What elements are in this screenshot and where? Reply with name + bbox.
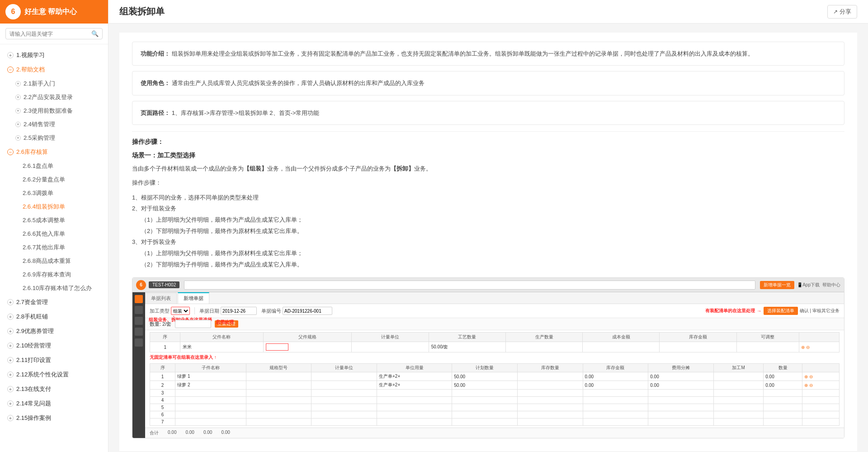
sidebar-nav: + 1.视频学习 − 2.帮助文档 + 2.1新手入门 + 2.2产品安装及登录… xyxy=(0,44,108,452)
role-text: 通常由生产人员或库管人员完成拆装业务的操作，库管人员确认原材料的出库和产成品的入… xyxy=(172,80,425,86)
expand-icon: + xyxy=(7,343,14,349)
annotation-2-arrow: ↑ xyxy=(172,314,175,320)
sidebar-item-cost-recalc[interactable]: 2.6.8商品成本重算 xyxy=(0,254,108,268)
sidebar-item-case-study[interactable]: + 2.15操作案例 xyxy=(0,411,108,425)
sidebar-item-cost-adjust[interactable]: 2.6.5成本调整单 xyxy=(0,214,108,227)
lower-table-row-7: 7 xyxy=(150,419,840,426)
lt-row-op-2[interactable]: ⊖ xyxy=(809,374,813,379)
sidebar-item-ops[interactable]: + 2.10经营管理 xyxy=(0,338,108,353)
func-intro-label: 功能介绍： xyxy=(141,50,170,57)
form-row: 加工类型 组装 拆卸 单据日期 xyxy=(145,304,844,318)
sidebar-item-online-pay[interactable]: + 2.13在线支付 xyxy=(0,382,108,396)
sidebar-item-install[interactable]: + 2.2产品安装及登录 xyxy=(0,90,108,104)
share-button[interactable]: ↗ 分享 xyxy=(827,5,857,19)
annotation-1: 有装配清单的在这里处理 xyxy=(705,308,755,314)
steps-list: 1、根据不同的业务，选择不同单据的类型来处理 2、对于组装业务 （1）上部明细为… xyxy=(132,192,844,271)
field-select-input[interactable] xyxy=(175,320,211,328)
col-craft-qty: 工艺数量 xyxy=(429,333,505,342)
lt-cell-unit xyxy=(311,381,377,390)
sidebar-item-inventory-adjust[interactable]: 2.6.3调拨单 xyxy=(0,186,108,200)
form-billno-field: 单据编号 xyxy=(261,307,332,315)
row-op-icon2[interactable]: ⊖ xyxy=(806,345,810,350)
row-op-icon[interactable]: ⊕ xyxy=(801,345,805,350)
ops-steps-title: 操作步骤： xyxy=(132,138,844,146)
sidebar-item-print[interactable]: + 2.11打印设置 xyxy=(0,353,108,367)
lower-table-row-6: 6 xyxy=(150,411,840,419)
sidebar-item-other-out[interactable]: 2.6.7其他出库单 xyxy=(0,241,108,254)
lt-row-op-2[interactable]: ⊖ xyxy=(809,383,813,388)
lt-col-unit-usage: 单位用量 xyxy=(377,364,452,372)
form-date-field: 单据日期 xyxy=(199,307,257,315)
sidebar-item-faq[interactable]: + 2.14常见问题 xyxy=(0,396,108,411)
tab-new[interactable]: 新增单据 xyxy=(178,292,209,304)
upper-table-section: 序 父件名称 父件规格 计量单位 工艺数量 生产数量 成本金额 库存金额 xyxy=(145,330,844,353)
lower-table-row-3: 3 xyxy=(150,390,840,397)
annotation-4-area: 无固定清单可在组装在这里录入 ↑ xyxy=(145,353,844,362)
lower-table-section: 序 子件名称 规格型号 计量单位 单位用量 计划数量 库存数量 库存金额 xyxy=(145,362,844,428)
assembly-select-btn[interactable]: 选择装配清单 xyxy=(764,307,798,315)
cell-craft-qty: 50.00/套 xyxy=(429,342,505,352)
sidebar-item-assemble[interactable]: 2.6.4组装拆卸单 xyxy=(0,200,108,214)
lt-row-op-1[interactable]: ⊕ xyxy=(804,374,808,379)
sidebar-item-partial-count[interactable]: 2.6.2分量盘点单 xyxy=(0,173,108,186)
role-block: 使用角色： 通常由生产人员或库管人员完成拆装业务的操作，库管人员确认原材料的出库… xyxy=(132,71,844,95)
lt-cell-cost-alloc: 0.00 xyxy=(648,381,714,390)
sidebar-item-other-in[interactable]: 2.6.6其他入库单 xyxy=(0,227,108,241)
sidebar-item-custom[interactable]: + 2.12系统个性化设置 xyxy=(0,367,108,382)
cell-row-ops: ⊕ ⊖ xyxy=(799,342,839,352)
sidebar-item-inventory[interactable]: − 2.6库存核算 xyxy=(0,145,108,159)
spec-input[interactable] xyxy=(266,343,288,351)
cell-seq: 1 xyxy=(150,342,180,352)
sidebar-item-newbie[interactable]: + 2.1新手入门 xyxy=(0,77,108,90)
sidebar-item-data-prep[interactable]: + 2.3使用前数据准备 xyxy=(0,104,108,118)
func-intro-block: 功能介绍： 组装拆卸单用来处理企业组装或拆卸等加工业务，支持有固定装配清单的产品… xyxy=(132,42,844,66)
confirm-btn-area: 确认 | 审核其它业务 xyxy=(800,308,840,314)
sidebar-icon-4 xyxy=(135,328,143,336)
sidebar-item-inventory-label: 2.6库存核算 xyxy=(16,148,48,156)
cell-stock-amt xyxy=(660,342,736,352)
sidebar-item-stock-error[interactable]: 2.6.10库存账本错了怎么办 xyxy=(0,281,108,295)
date-input[interactable] xyxy=(221,307,257,315)
sidebar-item-help-docs[interactable]: − 2.帮助文档 xyxy=(0,62,108,77)
lt-cell-ops: ⊕ ⊖ xyxy=(802,372,839,381)
search-box[interactable]: 🔍 xyxy=(5,28,103,39)
sidebar-item-inventory-count[interactable]: 2.6.1盘点单 xyxy=(0,159,108,173)
sidebar-item-sales[interactable]: + 2.4销售管理 xyxy=(0,118,108,131)
sidebar-item-purchase[interactable]: + 2.5采购管理 xyxy=(0,131,108,145)
app-main-content: 单据列表 新增单据 加工类型 xyxy=(145,292,844,438)
page-title: 组装拆卸单 xyxy=(119,5,165,18)
col-prod-qty: 生产数量 xyxy=(505,333,582,342)
lt-col-spec: 规格型号 xyxy=(246,364,311,372)
arrow-right: → xyxy=(757,308,762,314)
collapse-icon: − xyxy=(7,149,14,155)
footer-val-1: 0.00 xyxy=(168,430,176,436)
search-input[interactable] xyxy=(9,31,91,37)
sidebar-item-video[interactable]: + 1.视频学习 xyxy=(0,48,108,62)
billno-input[interactable] xyxy=(283,307,332,315)
sidebar-item-cash-mgmt[interactable]: + 2.7资金管理 xyxy=(0,295,108,309)
lt-cell-unit xyxy=(311,372,377,381)
col-stock-amt: 库存金额 xyxy=(660,333,736,342)
step-3-2: （2）下部明细为子件明细，最终作为产成品生成某它入库单。 xyxy=(132,259,844,271)
sidebar-item-coupon[interactable]: + 2.9优惠券管理 xyxy=(0,324,108,338)
step-2-2: （2）下部明细为子件明细，最终作为原材料生成某它出库单。 xyxy=(132,226,844,237)
lt-cell-cost-alloc: 0.00 xyxy=(648,372,714,381)
lower-table-row-2: 2 绿萝 2 生产单+2+ 50.00 0.00 xyxy=(150,381,840,390)
footer-val-2: 0.00 xyxy=(185,430,194,436)
lt-col-seq: 序 xyxy=(150,364,175,372)
help-icon: 帮助中心 xyxy=(822,282,840,288)
browser-orange-btn[interactable]: 新增单据一览 xyxy=(760,281,794,289)
role-label: 使用角色： xyxy=(141,80,170,86)
cell-prod-qty xyxy=(505,342,582,352)
tab-list[interactable]: 单据列表 xyxy=(145,293,177,304)
lt-cell-stock-qty xyxy=(517,381,583,390)
field-select-wrapper: 启用处理 xyxy=(175,320,211,328)
sidebar-item-mobile[interactable]: + 2.8手机旺铺 xyxy=(0,309,108,324)
cell-parent-name: 米米 xyxy=(180,342,263,352)
sub-expand-icon: + xyxy=(15,95,21,100)
lt-row-op-1[interactable]: ⊕ xyxy=(804,383,808,388)
sidebar-search-area: 🔍 xyxy=(0,24,108,44)
form-type-select: 加工类型 组装 拆卸 xyxy=(150,307,190,315)
lower-table: 序 子件名称 规格型号 计量单位 单位用量 计划数量 库存数量 库存金额 xyxy=(150,363,840,426)
sidebar-item-stock-query[interactable]: 2.6.9库存账本查询 xyxy=(0,268,108,281)
